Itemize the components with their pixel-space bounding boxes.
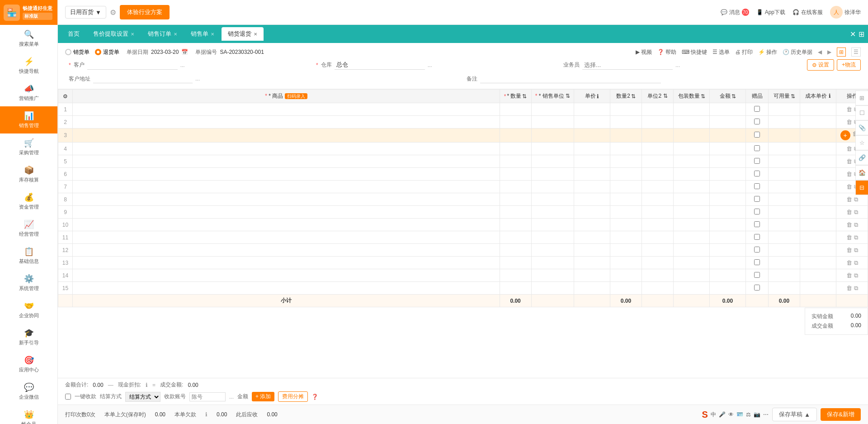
sidebar-item-inventory[interactable]: 📦 库存核算 <box>0 161 57 188</box>
account-input[interactable] <box>189 392 226 401</box>
row-qty2-15[interactable] <box>610 282 642 295</box>
row-pkg-2[interactable] <box>674 116 710 129</box>
row-price-10[interactable] <box>574 219 610 231</box>
help-btn[interactable]: ❓ 帮助 <box>657 48 676 56</box>
tab-expand-btn[interactable]: ⊞ <box>859 30 864 38</box>
online-service-item[interactable]: 🎧 在线客服 <box>793 9 823 16</box>
row-pkg-1[interactable] <box>674 103 710 116</box>
row-pkg-6[interactable] <box>674 168 710 181</box>
gift-checkbox-8[interactable] <box>754 196 760 202</box>
tab-price-settings-close[interactable]: ✕ <box>131 32 134 37</box>
row-product-15[interactable] <box>73 282 500 295</box>
delete-row-icon[interactable]: 🗑 <box>846 221 852 229</box>
row-price-1[interactable] <box>574 103 610 116</box>
row-gift-4[interactable] <box>746 143 769 155</box>
row-qty2-11[interactable] <box>610 231 642 244</box>
copy-row-icon[interactable]: ⧉ <box>854 209 858 216</box>
delete-row-icon[interactable]: 🗑 <box>846 106 852 113</box>
row-gift-12[interactable] <box>746 244 769 257</box>
prev-record-btn[interactable]: ◀ <box>818 49 822 55</box>
row-unit2-1[interactable] <box>642 103 674 116</box>
row-product-2[interactable] <box>73 116 500 129</box>
row-price-14[interactable] <box>574 269 610 282</box>
row-unit-6[interactable] <box>531 168 574 181</box>
row-product-11[interactable] <box>73 231 500 244</box>
sidebar-item-search[interactable]: 🔍 搜索菜单 <box>0 25 57 52</box>
logistics-btn[interactable]: +物流 <box>837 59 861 71</box>
gift-checkbox-2[interactable] <box>754 119 760 124</box>
tab-sales-order-close[interactable]: ✕ <box>174 32 177 37</box>
row-product-14[interactable] <box>73 269 500 282</box>
price-info-icon[interactable]: ℹ <box>597 93 599 100</box>
row-amount-13[interactable] <box>710 257 746 269</box>
row-pkg-5[interactable] <box>674 155 710 168</box>
copy-row-icon[interactable]: ⧉ <box>854 196 858 203</box>
row-gift-10[interactable] <box>746 219 769 231</box>
row-pkg-3[interactable] <box>674 129 710 143</box>
row-amount-15[interactable] <box>710 282 746 295</box>
row-pkg-11[interactable] <box>674 231 710 244</box>
row-unit-11[interactable] <box>531 231 574 244</box>
row-unit-13[interactable] <box>531 257 574 269</box>
row-gift-7[interactable] <box>746 181 769 193</box>
delete-row-icon[interactable]: 🗑 <box>846 196 852 203</box>
row-price-12[interactable] <box>574 244 610 257</box>
one-click-payment-checkbox[interactable] <box>65 394 71 400</box>
gift-checkbox-12[interactable] <box>754 247 760 252</box>
row-unit2-13[interactable] <box>642 257 674 269</box>
row-unit-3[interactable] <box>531 129 574 143</box>
row-product-12[interactable] <box>73 244 500 257</box>
row-pkg-12[interactable] <box>674 244 710 257</box>
delete-row-icon[interactable]: 🗑 <box>846 209 852 216</box>
row-pkg-8[interactable] <box>674 193 710 206</box>
row-unit2-9[interactable] <box>642 206 674 219</box>
copy-row-icon[interactable]: ⧉ <box>854 259 858 267</box>
row-pkg-4[interactable] <box>674 143 710 155</box>
row-unit2-14[interactable] <box>642 269 674 282</box>
row-product-7[interactable] <box>73 181 500 193</box>
gift-checkbox-13[interactable] <box>754 259 760 265</box>
gift-checkbox-7[interactable] <box>754 183 760 189</box>
price-sort[interactable]: 单价 ℹ <box>585 92 599 100</box>
tab-sales-return[interactable]: 销货退货 ✕ <box>222 27 264 41</box>
app-download-item[interactable]: 📱 App下载 <box>756 9 785 16</box>
row-price-15[interactable] <box>574 282 610 295</box>
row-qty-9[interactable] <box>500 206 531 219</box>
gift-checkbox-4[interactable] <box>754 145 760 151</box>
row-unit2-10[interactable] <box>642 219 674 231</box>
row-qty-11[interactable] <box>500 231 531 244</box>
delete-row-icon[interactable]: 🗑 <box>846 145 852 152</box>
add-row-btn[interactable]: + <box>840 130 850 140</box>
user-item[interactable]: 人 徐泽华 <box>830 6 861 19</box>
notification-item[interactable]: 💬 消息 70 <box>721 9 749 16</box>
select-order-btn[interactable]: ☰ 选单 <box>712 48 730 56</box>
row-product-1[interactable] <box>73 103 500 116</box>
gift-checkbox-3[interactable] <box>754 132 760 138</box>
row-qty2-10[interactable] <box>610 219 642 231</box>
row-unit-4[interactable] <box>531 143 574 155</box>
right-icon-2[interactable]: ☐ <box>855 105 868 120</box>
row-unit-10[interactable] <box>531 219 574 231</box>
row-qty-14[interactable] <box>500 269 531 282</box>
breadcrumb-select[interactable]: 日用百货 ▼ <box>65 6 106 19</box>
row-gift-9[interactable] <box>746 206 769 219</box>
row-unit-5[interactable] <box>531 155 574 168</box>
address-dots[interactable]: ... <box>195 76 200 82</box>
delete-row-icon[interactable]: 🗑 <box>846 171 852 178</box>
row-unit-2[interactable] <box>531 116 574 129</box>
row-price-13[interactable] <box>574 257 610 269</box>
sidebar-item-appstore[interactable]: 🎯 应用中心 <box>0 351 57 378</box>
tab-sales-bill[interactable]: 销售单 ✕ <box>184 27 221 41</box>
row-gift-11[interactable] <box>746 231 769 244</box>
row-unit-12[interactable] <box>531 244 574 257</box>
warehouse-input[interactable] <box>335 61 425 70</box>
list-view-btn[interactable]: ☰ <box>851 48 861 57</box>
copy-row-icon[interactable]: ⧉ <box>854 234 858 241</box>
row-unit2-12[interactable] <box>642 244 674 257</box>
row-product-3[interactable] <box>73 129 500 143</box>
row-qty-5[interactable] <box>500 155 531 168</box>
row-amount-10[interactable] <box>710 219 746 231</box>
delete-row-icon[interactable]: 🗑 <box>846 158 852 165</box>
row-qty-15[interactable] <box>500 282 531 295</box>
row-price-3[interactable] <box>574 129 610 143</box>
